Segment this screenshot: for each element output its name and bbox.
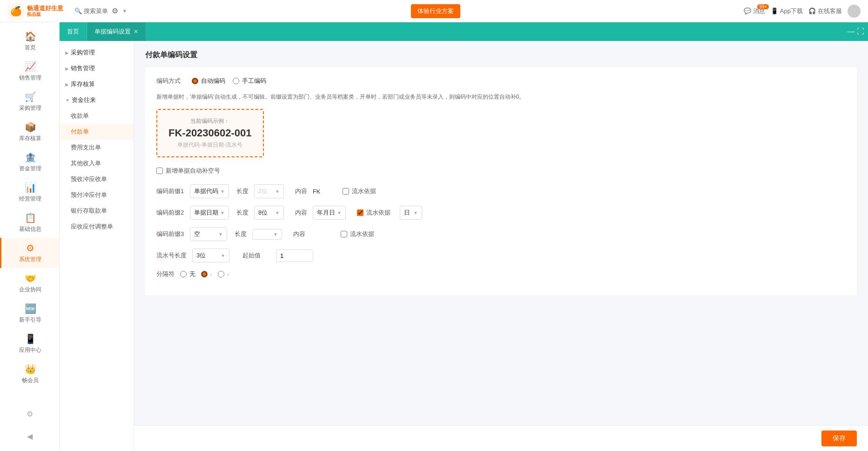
serial-length-select[interactable]: 3位 ▼	[192, 249, 229, 263]
sidebar-settings-btn[interactable]: ⚙	[20, 404, 39, 423]
tab-encoding[interactable]: 单据编码设置 ✕	[87, 22, 146, 41]
tab-encoding-close[interactable]: ✕	[134, 28, 138, 35]
auto-encode-option[interactable]: 自动编码	[192, 77, 225, 85]
online-service-label: 在线客服	[818, 7, 842, 15]
preview-code: FK-20230602-001	[168, 127, 252, 139]
sidebar-item-basic-label: 基础信息	[19, 225, 41, 233]
app-download-item[interactable]: 📱 App下载	[771, 7, 803, 15]
menu-item-prepay-receive[interactable]: 预收冲应收单	[60, 171, 134, 187]
start-value-input[interactable]	[276, 249, 313, 262]
tabbar-fullscreen-icon[interactable]: ⛶	[857, 27, 864, 36]
menu-group-capital[interactable]: ▼ 资金往来	[60, 92, 134, 108]
search-icon: 🔍	[74, 7, 82, 14]
tabbar-minimize-icon[interactable]: —	[848, 27, 855, 36]
topbar-settings-icon[interactable]: ⚙	[112, 7, 118, 15]
menu-item-receive[interactable]: 收款单	[60, 108, 134, 124]
auto-fill-checkbox[interactable]	[156, 168, 163, 174]
prefix1-value: 单据代码	[194, 187, 218, 195]
manual-encode-option[interactable]: 手工编码	[233, 77, 266, 85]
sidebar-item-apps[interactable]: 📱 应用中心	[0, 329, 59, 359]
stream2-period-select[interactable]: 日 ▼	[400, 206, 422, 220]
length3-select[interactable]: ▼	[252, 229, 282, 240]
stream2-period-value: 日	[404, 209, 410, 217]
sep-none-label: 无	[189, 270, 195, 278]
sep-dot-option[interactable]: ·	[201, 271, 212, 278]
sidebar-item-cooperation[interactable]: 🤝 企业协同	[0, 268, 59, 298]
menu-group-purchase[interactable]: ▶ 采购管理	[60, 45, 134, 61]
prefix3-label: 编码前缀3	[156, 230, 184, 238]
online-service-item[interactable]: 🎧 在线客服	[808, 7, 842, 15]
sidebar-item-fund[interactable]: 🏦 资金管理	[0, 147, 59, 177]
sep-dot-label: ·	[210, 271, 212, 278]
manual-encode-radio[interactable]	[233, 78, 239, 84]
length2-value: 8位	[258, 209, 268, 217]
left-menu: ▶ 采购管理 ▶ 销售管理 ▶ 库存核算 ▼ 资金往来 收款单 付款单 费用支出…	[60, 41, 134, 451]
tab-home[interactable]: 首页	[60, 22, 87, 41]
stream2-checkbox[interactable]	[357, 209, 363, 216]
stream3-checkbox[interactable]	[341, 231, 347, 237]
menu-item-other-income[interactable]: 其他收入单	[60, 155, 134, 171]
length1-chevron: ▼	[275, 189, 280, 194]
sidebar-collapse-btn[interactable]: ◀	[20, 427, 39, 445]
prefix2-select[interactable]: 单据日期 ▼	[190, 206, 229, 220]
auto-encode-radio[interactable]	[192, 78, 198, 84]
content2-select[interactable]: 年月日 ▼	[313, 206, 346, 220]
cooperation-icon: 🤝	[25, 273, 36, 284]
auto-encode-label: 自动编码	[201, 77, 225, 85]
menu-item-prepay-payment[interactable]: 预付冲应付单	[60, 187, 134, 203]
sep-none-option[interactable]: 无	[180, 270, 195, 278]
expand-icon[interactable]: ▼	[122, 8, 128, 14]
capital-arrow: ▼	[65, 98, 70, 103]
menu-item-expense[interactable]: 费用支出单	[60, 140, 134, 155]
prefix3-select[interactable]: 空 ▼	[190, 227, 227, 241]
menu-group-sales[interactable]: ▶ 销售管理	[60, 61, 134, 76]
sidebar-item-sales[interactable]: 📈 销售管理	[0, 56, 59, 87]
save-button[interactable]: 保存	[821, 431, 857, 446]
search-bar[interactable]: 🔍 搜索菜单	[74, 7, 108, 15]
notice-text: 新增单据时，'单据编码'自动生成，不可编辑。前缀设置为部门、业务员等档案类，开单…	[156, 93, 846, 101]
sep-dot-radio[interactable]	[201, 271, 208, 277]
sidebar-item-inventory[interactable]: 📦 库存核算	[0, 117, 59, 147]
user-avatar[interactable]	[848, 5, 861, 18]
prefix3-value: 空	[194, 230, 200, 238]
length3-chevron: ▼	[273, 232, 278, 237]
sidebar-item-member[interactable]: 👑 畅会员	[0, 359, 59, 389]
prefix1-select[interactable]: 单据代码 ▼	[190, 184, 229, 198]
menu-item-bank-deposit[interactable]: 银行存取款单	[60, 203, 134, 219]
operation-icon: 📊	[25, 182, 36, 193]
sidebar-item-basic[interactable]: 📋 基础信息	[0, 208, 59, 238]
purchase-arrow: ▶	[65, 50, 69, 55]
stream1-checkbox[interactable]	[343, 188, 349, 195]
menu-item-receivable-adj[interactable]: 应收应付调整单	[60, 219, 134, 235]
content2-value: 年月日	[317, 209, 335, 217]
length2-select[interactable]: 8位 ▼	[254, 206, 284, 220]
message-icon-item[interactable]: 💬 消息 99+	[744, 7, 765, 15]
sidebar-item-guide-label: 新手引导	[19, 316, 41, 324]
stream2-group: 流水依据	[357, 209, 390, 217]
length1-value: 2位	[258, 187, 268, 195]
sidebar-item-operation[interactable]: 📊 经营管理	[0, 177, 59, 208]
separator-label: 分隔符	[156, 270, 175, 278]
sidebar-item-operation-label: 经营管理	[19, 195, 41, 203]
serial-length-label: 流水号长度	[156, 251, 187, 260]
sidebar-item-system[interactable]: ⚙ 系统管理	[0, 238, 59, 268]
logo-text: 畅通道好生意 拓品版	[27, 5, 63, 18]
sep-other-radio[interactable]	[218, 271, 224, 277]
menu-item-payment[interactable]: 付款单	[60, 124, 134, 140]
preview-box: 当前编码示例： FK-20230602-001 单据代码-单据日期-流水号	[156, 109, 264, 157]
menu-group-inventory[interactable]: ▶ 库存核算	[60, 76, 134, 92]
sidebar-item-purchase[interactable]: 🛒 采购管理	[0, 87, 59, 117]
basic-icon: 📋	[25, 212, 36, 223]
sep-none-radio[interactable]	[180, 271, 187, 277]
sidebar-item-home[interactable]: 🏠 首页	[0, 26, 59, 56]
length1-select[interactable]: 2位 ▼	[254, 184, 284, 198]
sidebar-item-guide[interactable]: 🆕 新手引导	[0, 298, 59, 329]
serial-length-chevron: ▼	[221, 253, 225, 258]
prefix3-chevron: ▼	[218, 232, 223, 237]
content2-label: 内容	[295, 209, 307, 217]
sep-other-option[interactable]: ·	[218, 271, 229, 278]
topbar: 🍊 畅通道好生意 拓品版 🔍 搜索菜单 ⚙ ▼ 体验行业方案 💬 消息 99+ …	[0, 0, 868, 22]
industry-button[interactable]: 体验行业方案	[411, 4, 460, 18]
member-icon: 👑	[25, 363, 36, 375]
preview-label: 当前编码示例：	[168, 117, 252, 125]
